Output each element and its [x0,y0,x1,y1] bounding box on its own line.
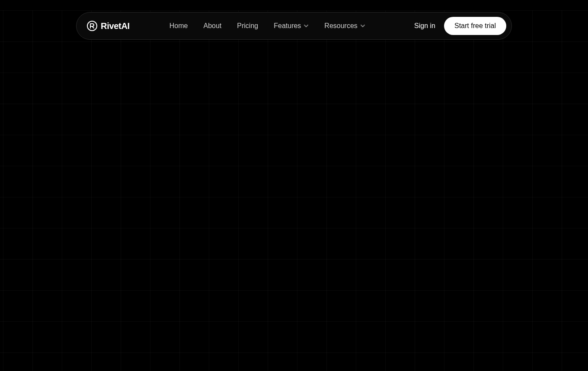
nav-link-label: Home [169,22,188,30]
sign-in-link[interactable]: Sign in [414,22,435,30]
nav-right: Sign in Start free trial [414,17,506,35]
nav-link-label: Resources [324,22,357,30]
nav-link-features[interactable]: Features [274,22,309,30]
nav-link-about[interactable]: About [204,22,222,30]
nav-link-label: About [204,22,222,30]
nav-link-label: Pricing [237,22,258,30]
nav-link-pricing[interactable]: Pricing [237,22,258,30]
logo[interactable]: RivetAI [87,21,130,31]
chevron-down-icon [304,23,309,29]
start-free-trial-button[interactable]: Start free trial [444,17,506,35]
grid-background [0,10,588,371]
navbar: RivetAI Home About Pricing Features Reso… [76,12,512,40]
nav-link-resources[interactable]: Resources [324,22,365,30]
nav-link-label: Features [274,22,301,30]
brand-name: RivetAI [101,21,130,31]
nav-link-home[interactable]: Home [169,22,188,30]
logo-icon [87,21,97,31]
chevron-down-icon [360,23,365,29]
nav-links: Home About Pricing Features Resources [169,22,365,30]
